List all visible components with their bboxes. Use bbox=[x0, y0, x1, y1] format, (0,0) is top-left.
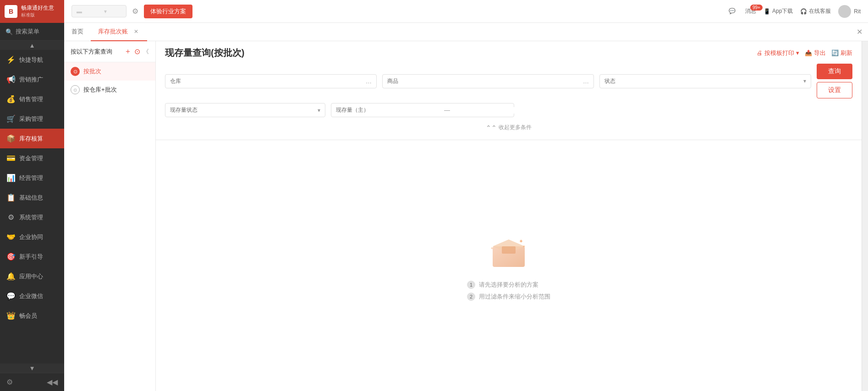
app-download-section[interactable]: 📱 App下载 bbox=[764, 7, 793, 15]
sidebar-item-label: 企业协同 bbox=[19, 233, 43, 241]
inventory-icon: 📦 bbox=[6, 134, 16, 143]
warehouse-filter[interactable]: 仓库 … bbox=[165, 74, 377, 88]
search-icon: 🔍 bbox=[5, 28, 13, 35]
online-service-label: 在线客服 bbox=[809, 7, 831, 15]
sidebar-item-collab[interactable]: 🤝 企业协同 bbox=[0, 227, 64, 247]
export-btn-label: 导出 bbox=[814, 49, 826, 57]
page-actions: 🖨 按模板打印 ▾ 📤 导出 🔄 刷新 bbox=[757, 49, 852, 57]
topbar-search-box[interactable]: ▬ ▾ bbox=[71, 5, 126, 17]
sidebar-item-label: 营销推广 bbox=[19, 76, 43, 84]
app-version: 标准版 bbox=[21, 12, 54, 18]
sidebar-item-newbie[interactable]: 🎯 新手引导 bbox=[0, 247, 64, 266]
collapse-filters-btn[interactable]: ⌃⌃ 收起更多条件 bbox=[165, 120, 852, 133]
user-name: Rit bbox=[854, 8, 861, 15]
sidebar-scroll-down[interactable]: ▼ bbox=[27, 363, 37, 374]
newbie-icon: 🎯 bbox=[6, 252, 16, 261]
export-icon: 📤 bbox=[805, 49, 812, 56]
left-panel-actions: ＋ ⊙ 《 bbox=[124, 47, 149, 56]
goods-filter[interactable]: 商品 … bbox=[382, 74, 594, 88]
tab-close-all-icon[interactable]: ✕ bbox=[851, 27, 868, 36]
topbar-chevron-icon: ▾ bbox=[104, 8, 107, 15]
collapse-label: 收起更多条件 bbox=[499, 124, 532, 131]
stock-qty-filter[interactable]: 现存量（主） — bbox=[331, 103, 514, 117]
settings-btn[interactable]: 设置 bbox=[817, 82, 852, 98]
warehouse-more-icon[interactable]: … bbox=[366, 78, 372, 85]
sidebar-item-shortcut[interactable]: ⚡ 快捷导航 bbox=[0, 50, 64, 70]
app-name: 畅康通好生意 bbox=[21, 5, 54, 12]
finance-icon: 💳 bbox=[6, 154, 16, 163]
stock-qty-to-input[interactable] bbox=[454, 107, 522, 114]
settings-icon[interactable]: ⚙ bbox=[6, 378, 13, 386]
tip-item-1: 1 请先选择要分析的方案 bbox=[467, 281, 550, 289]
plan-list: ⊙ 按批次 ⊙ 按仓库+批次 bbox=[64, 62, 155, 391]
sidebar-scroll-up[interactable]: ▲ bbox=[27, 40, 37, 51]
content-area: 按以下方案查询 ＋ ⊙ 《 ⊙ 按批次 ⊙ 按仓库+批次 bbox=[64, 41, 868, 391]
plan-item-batch[interactable]: ⊙ 按批次 bbox=[64, 62, 155, 81]
sidebar-item-system[interactable]: ⚙ 系统管理 bbox=[0, 207, 64, 227]
online-service-section[interactable]: 🎧 在线客服 bbox=[800, 7, 831, 15]
topbar-search-icon: ▬ bbox=[77, 8, 82, 15]
query-btn[interactable]: 查询 bbox=[817, 64, 852, 79]
filter-area: 现存量查询(按批次) 🖨 按模板打印 ▾ 📤 导出 🔄 bbox=[156, 41, 862, 140]
collapse-panel-icon[interactable]: 《 bbox=[143, 48, 149, 56]
tab-close-icon[interactable]: ✕ bbox=[132, 28, 140, 35]
sidebar-item-label: 资金管理 bbox=[19, 154, 43, 163]
message-count: 99+ bbox=[750, 5, 763, 11]
left-panel-title: 按以下方案查询 bbox=[71, 48, 112, 56]
sidebar-item-operations[interactable]: 📊 经营管理 bbox=[0, 168, 64, 188]
right-scrollbar[interactable] bbox=[862, 41, 868, 391]
search-menu-label: 搜索菜单 bbox=[16, 27, 39, 36]
stock-qty-dash: — bbox=[440, 107, 454, 114]
refresh-icon: 🔄 bbox=[831, 49, 839, 56]
sidebar-item-wechat[interactable]: 💬 企业微信 bbox=[0, 286, 64, 306]
tab-home[interactable]: 首页 bbox=[64, 23, 91, 41]
message-section[interactable]: 💬 99+ 消息 bbox=[729, 7, 756, 15]
status-filter[interactable]: 状态 ▾ bbox=[599, 74, 811, 88]
wechat-icon: 💬 bbox=[6, 292, 16, 300]
sidebar-item-finance[interactable]: 💳 资金管理 bbox=[0, 148, 64, 168]
main-content: ✦ ✦ ✦ 1 请先选择要分析的方案 2 用过滤条件来缩小分析范围 bbox=[156, 140, 862, 391]
message-icon: 💬 bbox=[729, 8, 736, 14]
tabs-bar: 首页 库存批次账 ✕ ✕ bbox=[64, 23, 868, 41]
sidebar-item-purchase[interactable]: 🛒 采购管理 bbox=[0, 109, 64, 129]
topbar-search-text bbox=[85, 7, 101, 15]
collapse-icon[interactable]: ◀◀ bbox=[47, 378, 58, 386]
sidebar-item-marketing[interactable]: 📢 营销推广 bbox=[0, 70, 64, 89]
sidebar-item-label: 企业微信 bbox=[19, 292, 43, 300]
add-plan-icon[interactable]: ＋ bbox=[124, 47, 132, 56]
experience-btn[interactable]: 体验行业方案 bbox=[144, 5, 192, 18]
avatar bbox=[838, 5, 851, 18]
settings-plan-icon[interactable]: ⊙ bbox=[134, 47, 140, 56]
sidebar-item-basic-info[interactable]: 📋 基础信息 bbox=[0, 188, 64, 207]
topbar-gear-icon[interactable]: ⚙ bbox=[132, 7, 138, 16]
sidebar-item-label: 经营管理 bbox=[19, 174, 43, 182]
export-btn[interactable]: 📤 导出 bbox=[805, 49, 826, 57]
topbar: ▬ ▾ ⚙ 体验行业方案 💬 99+ 消息 📱 App下载 🎧 在线客服 Rit bbox=[64, 0, 868, 23]
tab-inventory-batch[interactable]: 库存批次账 ✕ bbox=[91, 23, 147, 41]
user-section[interactable]: Rit bbox=[838, 5, 861, 18]
shortcut-icon: ⚡ bbox=[6, 55, 16, 64]
stock-qty-from-input[interactable] bbox=[372, 107, 440, 114]
sidebar-item-app-center[interactable]: 🔔 应用中心 bbox=[0, 266, 64, 286]
collab-icon: 🤝 bbox=[6, 233, 16, 241]
plan-item-warehouse-batch[interactable]: ⊙ 按仓库+批次 bbox=[64, 81, 155, 99]
print-chevron-icon: ▾ bbox=[796, 49, 799, 56]
status-chevron-icon: ▾ bbox=[803, 78, 806, 84]
print-btn[interactable]: 🖨 按模板打印 ▾ bbox=[757, 49, 799, 57]
goods-label: 商品 bbox=[387, 77, 398, 85]
headset-icon: 🎧 bbox=[800, 8, 807, 15]
stock-status-filter[interactable]: 现存量状态 ▾ bbox=[165, 103, 325, 117]
print-btn-label: 按模板打印 bbox=[764, 49, 794, 57]
plan-item-label: 按批次 bbox=[83, 67, 101, 76]
sidebar-item-vip[interactable]: 👑 畅会员 bbox=[0, 306, 64, 326]
goods-more-icon[interactable]: … bbox=[583, 78, 589, 85]
refresh-btn[interactable]: 🔄 刷新 bbox=[831, 49, 852, 57]
empty-tips: 1 请先选择要分析的方案 2 用过滤条件来缩小分析范围 bbox=[467, 281, 550, 301]
sidebar-item-label: 畅会员 bbox=[19, 312, 37, 320]
search-menu[interactable]: 🔍 搜索菜单 bbox=[0, 23, 64, 41]
tip-text-2: 用过滤条件来缩小分析范围 bbox=[479, 293, 550, 301]
sidebar-item-sales[interactable]: 💰 销售管理 bbox=[0, 89, 64, 109]
sidebar-item-inventory[interactable]: 📦 库存核算 bbox=[0, 129, 64, 148]
vip-icon: 👑 bbox=[6, 311, 16, 320]
tip-num-2: 2 bbox=[467, 293, 475, 301]
